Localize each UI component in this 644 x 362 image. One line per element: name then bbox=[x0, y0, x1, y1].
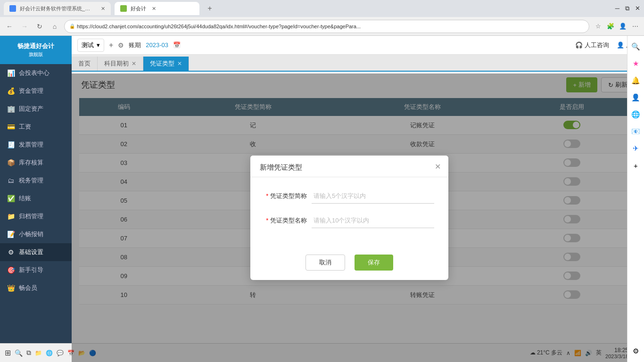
sidebar-item-shuiwu[interactable]: 🗂 税务管理 bbox=[0, 172, 72, 189]
browser-tab-2[interactable]: 好会计 ✕ bbox=[115, 2, 199, 15]
sidebar-item-fapiao[interactable]: 🧾 发票管理 bbox=[0, 136, 72, 154]
taskview-icon[interactable]: ⧉ bbox=[26, 349, 31, 357]
jichu-icon: ⚙ bbox=[7, 248, 15, 256]
add-voucher-type-modal: 新增凭证类型 ✕ * 凭证类型简称 * 凭证类型名称 bbox=[250, 156, 448, 280]
modal-close-icon[interactable]: ✕ bbox=[435, 162, 441, 171]
name-required: * bbox=[266, 217, 268, 224]
window-controls: ─ ⧉ ✕ bbox=[615, 5, 640, 12]
sidebar-item-jichu[interactable]: ⚙ 基础设置 bbox=[0, 243, 72, 261]
settings-icon[interactable]: ⋯ bbox=[630, 21, 640, 32]
tab1-close[interactable]: ✕ bbox=[101, 6, 105, 12]
sidebar-item-jiezhang[interactable]: ✅ 结账 bbox=[0, 189, 72, 207]
right-feishu-icon[interactable]: ✈ bbox=[629, 141, 643, 156]
right-bell-icon[interactable]: 🔔 bbox=[629, 74, 643, 88]
restore-button[interactable]: ⧉ bbox=[625, 5, 629, 12]
address-bar[interactable]: 🔒 https://cloud2.chanjet.com/accounting/… bbox=[64, 20, 589, 33]
period-label: 账期 bbox=[129, 41, 141, 49]
name-label: * 凭证类型名称 bbox=[264, 216, 307, 225]
sidebar-item-label: 畅会员 bbox=[19, 284, 37, 292]
favorites-icon[interactable]: ☆ bbox=[593, 21, 603, 32]
tab-bar: 首页 科目期初 ✕ 凭证类型 ✕ ✕ ⤡ bbox=[72, 55, 644, 72]
browser-tab-1[interactable]: 好会计云财务软件管理系统_会计 ✕ bbox=[4, 2, 111, 15]
tab-kemu[interactable]: 科目期初 ✕ bbox=[98, 57, 143, 71]
sidebar-item-label: 工资 bbox=[19, 123, 31, 131]
xinshou-icon: 🎯 bbox=[7, 266, 15, 274]
tab2-favicon bbox=[120, 5, 127, 12]
sidebar-item-xiaopao[interactable]: 📝 小畅报销 bbox=[0, 225, 72, 243]
modal-header: 新增凭证类型 ✕ bbox=[250, 156, 448, 177]
sidebar-item-guidang[interactable]: 📁 归档管理 bbox=[0, 207, 72, 225]
settings-gear-icon[interactable]: ⚙ bbox=[118, 41, 124, 49]
short-input[interactable] bbox=[312, 189, 434, 204]
tab-kemu-close[interactable]: ✕ bbox=[132, 60, 136, 67]
chrome-icon[interactable]: 🌐 bbox=[46, 350, 53, 356]
sidebar-item-kucun[interactable]: 📦 库存核算 bbox=[0, 154, 72, 172]
right-user-icon[interactable]: 👤 bbox=[629, 90, 643, 105]
address-text: https://cloud2.chanjet.com/accounting/uh… bbox=[77, 24, 361, 29]
sidebar-item-label: 税务管理 bbox=[19, 176, 43, 185]
calendar-icon[interactable]: 📅 bbox=[173, 41, 181, 49]
tab-homepage-label: 首页 bbox=[78, 59, 91, 68]
consult-icon: 🎧 bbox=[575, 41, 583, 49]
short-required: * bbox=[266, 192, 268, 199]
short-form-row: * 凭证类型简称 bbox=[264, 189, 434, 204]
tab-kemu-label: 科目期初 bbox=[104, 59, 129, 68]
modal-footer: 取消 保存 bbox=[250, 249, 448, 280]
right-outlook-icon[interactable]: 📧 bbox=[629, 124, 643, 139]
consult-button[interactable]: 🎧 人工咨询 bbox=[575, 41, 609, 49]
consult-label: 人工咨询 bbox=[585, 41, 609, 49]
sidebar-item-label: 发票管理 bbox=[19, 140, 43, 149]
forward-button[interactable]: → bbox=[19, 21, 30, 32]
refresh-button[interactable]: ↻ bbox=[34, 21, 45, 32]
sidebar-item-label: 库存核算 bbox=[19, 158, 43, 167]
modal-body: * 凭证类型简称 * 凭证类型名称 bbox=[250, 177, 448, 249]
name-input[interactable] bbox=[312, 213, 434, 228]
sidebar-item-label: 固定资产 bbox=[19, 105, 43, 113]
file-explorer-icon[interactable]: 📁 bbox=[35, 350, 42, 356]
minimize-button[interactable]: ─ bbox=[615, 5, 619, 12]
sidebar-logo: 畅捷通好会计 旗舰版 bbox=[0, 36, 72, 64]
shuiwu-icon: 🗂 bbox=[7, 176, 15, 185]
save-button[interactable]: 保存 bbox=[355, 255, 393, 271]
huiyuan-icon: 👑 bbox=[7, 284, 15, 292]
sidebar-item-xinshou[interactable]: 🎯 新手引导 bbox=[0, 261, 72, 279]
tab-pingzheng[interactable]: 凭证类型 ✕ bbox=[143, 57, 189, 71]
sidebar-item-label: 会投表中心 bbox=[19, 69, 50, 77]
right-add-icon[interactable]: + bbox=[629, 158, 643, 173]
right-settings-icon[interactable]: ⚙ bbox=[629, 344, 643, 358]
gongzi-icon: 💳 bbox=[7, 123, 15, 131]
sidebar-item-zijin[interactable]: 💰 资金管理 bbox=[0, 82, 72, 100]
sidebar-item-touzi[interactable]: 📊 会投表中心 bbox=[0, 64, 72, 82]
back-button[interactable]: ← bbox=[4, 21, 15, 32]
right-web-icon[interactable]: 🌐 bbox=[629, 107, 643, 122]
sidebar-item-gudingzichan[interactable]: 🏢 固定资产 bbox=[0, 100, 72, 118]
search-taskbar-icon[interactable]: 🔍 bbox=[15, 349, 23, 357]
extensions-icon[interactable]: 🧩 bbox=[605, 21, 616, 32]
new-tab-button[interactable]: + bbox=[203, 2, 216, 15]
tab1-label: 好会计云财务软件管理系统_会计 bbox=[20, 5, 95, 12]
start-button[interactable]: ⊞ bbox=[5, 348, 11, 357]
company-selector[interactable]: 测试 ▾ bbox=[77, 39, 104, 52]
short-label: * 凭证类型简称 bbox=[264, 192, 307, 200]
browser-toolbar: ☆ 🧩 👤 ⋯ bbox=[593, 21, 640, 32]
right-search-icon[interactable]: 🔍 bbox=[629, 40, 643, 54]
add-company-icon[interactable]: + bbox=[109, 41, 113, 49]
right-star-icon[interactable]: ★ bbox=[629, 57, 643, 71]
close-button[interactable]: ✕ bbox=[635, 5, 640, 12]
home-button[interactable]: ⌂ bbox=[49, 21, 60, 32]
sidebar-item-huiyuan[interactable]: 👑 畅会员 bbox=[0, 279, 72, 297]
sidebar-item-label: 归档管理 bbox=[19, 212, 43, 221]
cancel-button[interactable]: 取消 bbox=[305, 255, 345, 271]
zijin-icon: 💰 bbox=[7, 87, 15, 95]
logo-title: 畅捷通好会计 bbox=[17, 42, 54, 50]
gudingzichan-icon: 🏢 bbox=[7, 105, 15, 113]
tab-pingzheng-close[interactable]: ✕ bbox=[177, 60, 182, 67]
tab2-close[interactable]: ✕ bbox=[152, 6, 156, 12]
sidebar-item-gongzi[interactable]: 💳 工资 bbox=[0, 118, 72, 136]
tab-homepage[interactable]: 首页 bbox=[72, 57, 98, 71]
account-icon[interactable]: 👤 bbox=[618, 21, 628, 32]
wechat-icon[interactable]: 💬 bbox=[57, 350, 64, 356]
sidebar-item-label: 基础设置 bbox=[19, 248, 43, 256]
name-form-row: * 凭证类型名称 bbox=[264, 213, 434, 228]
tab2-label: 好会计 bbox=[131, 5, 146, 12]
